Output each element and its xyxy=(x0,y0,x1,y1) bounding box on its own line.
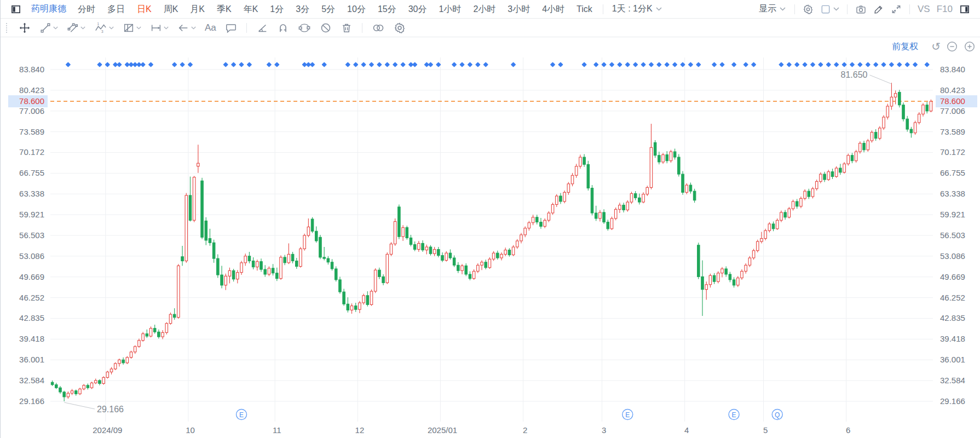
move-tool-icon[interactable] xyxy=(16,20,33,36)
period-tab-4小时[interactable]: 4小时 xyxy=(536,0,570,19)
period-tab-日K[interactable]: 日K xyxy=(131,0,158,19)
candle-body xyxy=(162,332,164,337)
period-tab-1小时[interactable]: 1小时 xyxy=(433,0,467,19)
candle-body xyxy=(173,314,175,318)
toolbar-grip-handle[interactable] xyxy=(6,23,9,33)
candle-body xyxy=(197,163,199,166)
drawing-settings-gear-icon[interactable] xyxy=(391,20,408,36)
right-panel-toggle-icon[interactable] xyxy=(956,2,973,16)
stock-chart-window: 药明康德 分时多日日K周K月K季K年K1分3分5分10分15分30分1小时2小时… xyxy=(0,0,980,438)
candle-body xyxy=(560,196,562,201)
candle-body xyxy=(528,223,530,228)
magnet-tool-icon[interactable] xyxy=(274,20,292,36)
period-tab-Tick[interactable]: Tick xyxy=(570,0,598,19)
x-tick-label: 3 xyxy=(602,425,606,435)
candle-body xyxy=(784,212,786,217)
y-tick-label: 77.006 xyxy=(940,106,965,116)
period-tab-分时[interactable]: 分时 xyxy=(72,0,101,19)
period-tab-30分[interactable]: 30分 xyxy=(402,0,433,19)
trash-tool-icon[interactable] xyxy=(338,20,355,36)
candle-body xyxy=(181,257,183,261)
arrow-tool-icon[interactable] xyxy=(175,20,199,36)
candle-body xyxy=(102,377,105,383)
period-tab-1分[interactable]: 1分 xyxy=(264,0,290,19)
candle-body xyxy=(209,239,211,243)
settings-gear-icon[interactable] xyxy=(799,2,817,16)
candle-body xyxy=(130,352,132,358)
stock-name[interactable]: 药明康德 xyxy=(31,3,66,15)
wave-tool-icon[interactable]: 13 xyxy=(91,20,117,36)
period-tab-年K[interactable]: 年K xyxy=(238,0,264,19)
candlestick-chart[interactable]: 83.84080.42377.00673.58970.17266.75563.3… xyxy=(1,0,980,438)
candle-body xyxy=(626,202,629,210)
period-tab-周K[interactable]: 周K xyxy=(158,0,185,19)
period-tab-季K[interactable]: 季K xyxy=(211,0,238,19)
drawing-toolbar: 13 Aa xyxy=(1,19,980,37)
plot-area[interactable] xyxy=(50,57,933,422)
f10-button[interactable]: F10 xyxy=(933,4,956,15)
candle-body xyxy=(492,253,494,259)
candle-body xyxy=(827,172,829,180)
candle-body xyxy=(142,334,144,341)
interval-combo[interactable]: 1天 : 1分K xyxy=(608,3,666,15)
candle-body xyxy=(390,244,392,255)
period-tab-10分[interactable]: 10分 xyxy=(341,0,372,19)
pattern-tool-icon[interactable] xyxy=(120,20,144,36)
text-tool-icon[interactable]: Aa xyxy=(202,21,219,35)
candle-body xyxy=(359,303,361,309)
undo-icon[interactable]: ↺ xyxy=(931,41,941,52)
camera-icon[interactable] xyxy=(852,2,870,16)
candle-body xyxy=(224,276,227,285)
display-dropdown[interactable]: 显示 xyxy=(754,3,790,15)
x-tick-label: 4 xyxy=(684,425,689,435)
chevron-down-icon xyxy=(191,26,196,30)
candle-body xyxy=(165,324,168,333)
adjustment-link[interactable]: 前复权 xyxy=(892,41,918,53)
compare-circles-tool-icon[interactable] xyxy=(369,20,388,36)
candle-body xyxy=(370,291,372,304)
left-panel-toggle-icon[interactable] xyxy=(7,2,25,16)
angle-tool-icon[interactable] xyxy=(253,20,271,36)
period-tab-3小时[interactable]: 3小时 xyxy=(501,0,536,19)
candle-body xyxy=(87,385,89,388)
y-tick-label: 73.589 xyxy=(940,127,965,136)
ban-tool-icon[interactable] xyxy=(317,20,335,36)
zoom-in-icon[interactable] xyxy=(964,41,976,53)
candle-body xyxy=(134,347,136,352)
candle-body xyxy=(469,274,471,279)
candle-body xyxy=(71,391,73,393)
y-tick-label: 46.252 xyxy=(19,293,44,302)
y-tick-label: 73.589 xyxy=(19,127,44,136)
candle-body xyxy=(717,273,719,282)
period-tab-3分[interactable]: 3分 xyxy=(290,0,315,19)
y-tick-label: 42.835 xyxy=(19,313,44,322)
candle-body xyxy=(697,245,700,277)
period-tab-月K[interactable]: 月K xyxy=(184,0,211,19)
event-letter: Q xyxy=(775,411,780,419)
measure-tool-icon[interactable] xyxy=(147,20,171,36)
trend-line-tool-icon[interactable] xyxy=(37,20,61,36)
fullscreen-icon[interactable] xyxy=(887,2,905,16)
candle-body xyxy=(189,195,191,220)
candle-body xyxy=(153,328,155,332)
period-tab-多日[interactable]: 多日 xyxy=(101,0,131,19)
channel-tool-icon[interactable] xyxy=(64,20,88,36)
candle-body xyxy=(795,201,798,206)
flow-tool-icon[interactable] xyxy=(295,20,314,36)
period-tab-15分[interactable]: 15分 xyxy=(372,0,402,19)
candle-body xyxy=(595,213,597,218)
period-tab-2小时[interactable]: 2小时 xyxy=(467,0,501,19)
candle-body xyxy=(902,105,904,119)
candle-body xyxy=(524,228,526,235)
candle-body xyxy=(201,181,203,237)
pencil-icon[interactable] xyxy=(870,2,887,16)
zoom-out-icon[interactable] xyxy=(946,41,958,53)
candle-body xyxy=(666,155,668,161)
y-tick-label: 53.086 xyxy=(19,251,44,261)
layout-square-icon[interactable] xyxy=(817,2,843,16)
candle-body xyxy=(508,250,510,255)
comment-tool-icon[interactable] xyxy=(222,20,240,36)
period-tab-5分[interactable]: 5分 xyxy=(315,0,341,19)
vs-button[interactable]: VS xyxy=(914,4,933,15)
candle-body xyxy=(709,275,711,285)
